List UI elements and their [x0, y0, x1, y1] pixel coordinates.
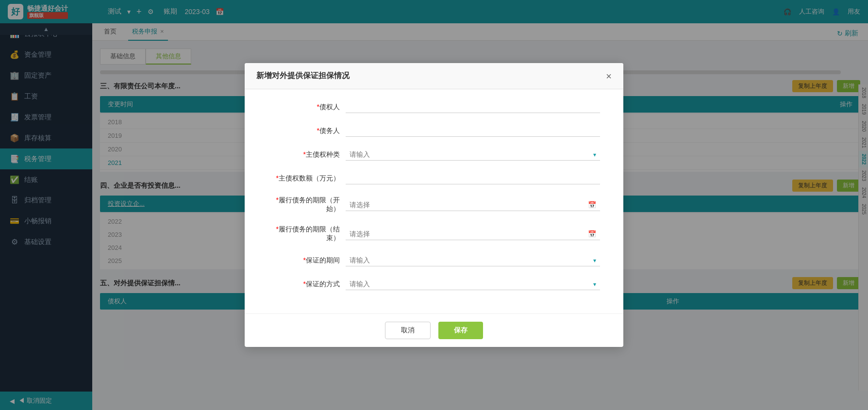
form-row-period_start: *履行债务的期限（开始）📅 — [268, 196, 600, 213]
label-guarantee_period: *保证的期间 — [268, 256, 346, 265]
save-button[interactable]: 保存 — [438, 322, 483, 339]
select-wrap-guarantee_method: ▾ — [346, 278, 600, 290]
date-period_end[interactable] — [346, 228, 600, 240]
chevron-down-icon-guarantee_period[interactable]: ▾ — [593, 257, 596, 264]
label-period_start: *履行债务的期限（开始） — [268, 196, 346, 213]
form-row-debt_amount: *主债权数额（万元） — [268, 172, 600, 184]
label-debtor: *债务人 — [268, 127, 346, 135]
modal-title: 新增对外提供保证担保情况 — [256, 71, 350, 81]
select-guarantee_method[interactable] — [346, 278, 600, 290]
date-period_start[interactable] — [346, 199, 600, 211]
calendar-icon-period_start[interactable]: 📅 — [588, 201, 596, 209]
input-debtor[interactable] — [346, 125, 600, 137]
cancel-button[interactable]: 取消 — [385, 322, 431, 339]
label-creditor: *债权人 — [268, 103, 346, 112]
label-debt_amount: *主债权数额（万元） — [268, 174, 346, 183]
form-row-guarantee_method: *保证的方式▾ — [268, 278, 600, 290]
form-row-debtor: *债务人 — [268, 125, 600, 137]
modal-close-btn[interactable]: × — [606, 71, 612, 81]
form-row-guarantee_period: *保证的期间▾ — [268, 254, 600, 266]
modal-header: 新增对外提供保证担保情况 × — [245, 63, 623, 89]
date-wrap-period_end: 📅 — [346, 228, 600, 240]
modal-body: *债权人*债务人*主债权种类▾*主债权数额（万元）*履行债务的期限（开始）📅*履… — [245, 89, 623, 313]
date-wrap-period_start: 📅 — [346, 199, 600, 211]
form-row-creditor: *债权人 — [268, 101, 600, 113]
input-creditor[interactable] — [346, 101, 600, 113]
label-period_end: *履行债务的期限（结束） — [268, 225, 346, 243]
calendar-icon-period_end[interactable]: 📅 — [588, 230, 596, 238]
select-guarantee_period[interactable] — [346, 254, 600, 266]
input-debt_amount[interactable] — [346, 172, 600, 184]
modal-footer: 取消 保存 — [245, 313, 623, 347]
form-row-debt_type: *主债权种类▾ — [268, 148, 600, 161]
chevron-down-icon-debt_type[interactable]: ▾ — [593, 151, 596, 158]
modal-dialog: 新增对外提供保证担保情况 × *债权人*债务人*主债权种类▾*主债权数额（万元）… — [245, 63, 623, 347]
select-wrap-guarantee_period: ▾ — [346, 254, 600, 266]
chevron-down-icon-guarantee_method[interactable]: ▾ — [593, 281, 596, 288]
label-debt_type: *主债权种类 — [268, 150, 346, 159]
select-wrap-debt_type: ▾ — [346, 148, 600, 161]
modal-overlay: 新增对外提供保证担保情况 × *债权人*债务人*主债权种类▾*主债权数额（万元）… — [0, 0, 868, 410]
form-row-period_end: *履行债务的期限（结束）📅 — [268, 225, 600, 243]
label-guarantee_method: *保证的方式 — [268, 280, 346, 289]
select-debt_type[interactable] — [346, 148, 600, 161]
